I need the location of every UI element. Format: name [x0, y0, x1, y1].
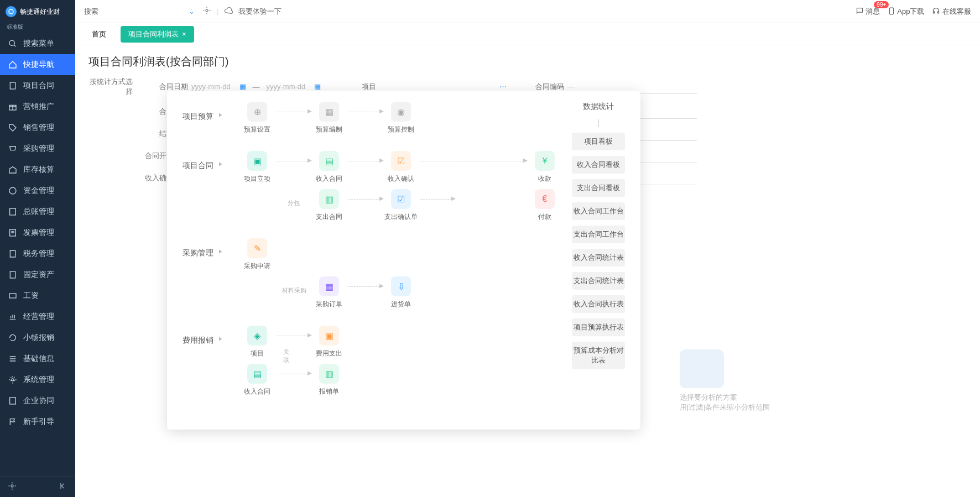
sidebar-label: 基础信息 — [23, 354, 54, 364]
brand-edition: 标准版 — [0, 23, 75, 33]
section-budget: 项目预算 — [183, 102, 238, 140]
share-icon — [8, 396, 18, 406]
svg-point-11 — [11, 485, 13, 487]
sidebar-item-assets[interactable]: 固定资产 — [0, 264, 75, 285]
btn-expense-board[interactable]: 支出合同看板 — [572, 179, 625, 197]
sidebar-item-inventory[interactable]: 库存核算 — [0, 159, 75, 180]
collapse-icon[interactable] — [59, 482, 67, 493]
file-icon: ▥ — [319, 189, 339, 209]
node-budget-setup[interactable]: ⊕预算设置 — [238, 102, 277, 134]
sidebar-item-purchase[interactable]: 采购管理 — [0, 138, 75, 159]
placeholder: — — [567, 82, 575, 91]
node-income-confirm[interactable]: ☑收入确认 — [382, 151, 420, 184]
svg-point-1 — [9, 40, 14, 45]
app-download-button[interactable]: App下载 — [888, 7, 924, 17]
sidebar-label: 采购管理 — [23, 144, 54, 154]
chart-icon — [8, 312, 18, 322]
svg-rect-10 — [10, 397, 16, 404]
sidebar-label: 企业协同 — [23, 396, 54, 406]
node-expense-contract[interactable]: ▥支出合同 — [310, 189, 348, 222]
sidebar-item-ledger[interactable]: 总账管理 — [0, 201, 75, 222]
sidebar-item-system[interactable]: 系统管理 — [0, 369, 75, 390]
node-label: 收入确认 — [388, 174, 414, 184]
node-reimburse[interactable]: ▥报销单 — [310, 364, 348, 396]
sidebar-item-sales[interactable]: 销售管理 — [0, 117, 75, 138]
settings-gear-icon[interactable] — [202, 6, 211, 17]
cloud-icon — [224, 6, 233, 17]
proj-icon: ◈ — [247, 326, 267, 346]
sidebar-item-invoice[interactable]: 发票管理 — [0, 222, 75, 243]
node-budget-make[interactable]: ▦预算编制 — [310, 102, 348, 134]
node-label: 收款 — [538, 174, 551, 184]
settings-icon[interactable] — [8, 482, 17, 493]
sidebar-item-basic[interactable]: 基础信息 — [0, 348, 75, 369]
btn-expense-stats[interactable]: 支出合同统计表 — [572, 272, 625, 290]
sidebar-item-search[interactable]: 搜索菜单 — [0, 33, 75, 54]
btn-income-stats[interactable]: 收入合同统计表 — [572, 249, 625, 266]
sidebar-item-reimburse[interactable]: 小畅报销 — [0, 327, 75, 348]
app-label: App下载 — [897, 7, 924, 15]
node-income-contract[interactable]: ▤收入合同 — [310, 151, 348, 184]
btn-expense-workbench[interactable]: 支出合同工作台 — [572, 226, 625, 243]
node-proj[interactable]: ◈项目 — [238, 326, 277, 358]
try-link[interactable]: 我要体验一下 — [238, 7, 282, 17]
node-stock-in[interactable]: ⇩进货单 — [382, 276, 420, 309]
sidebar-item-biz[interactable]: 经营管理 — [0, 306, 75, 327]
btn-project-board[interactable]: 项目看板 — [572, 133, 625, 150]
btn-budget-exec[interactable]: 项目预算执行表 — [572, 318, 625, 336]
stats-heading: 数据统计 — [572, 102, 625, 112]
shield-icon: ◉ — [391, 102, 411, 122]
sidebar-label: 库存核算 — [23, 165, 54, 175]
sidebar-label: 固定资产 — [23, 270, 54, 280]
placeholder: yyyy-mm-dd — [267, 82, 306, 91]
book-icon — [8, 207, 18, 217]
sidebar-item-guide[interactable]: 新手引导 — [0, 411, 75, 432]
node-label: 采购申请 — [244, 261, 270, 271]
node-project-init[interactable]: ▣项目立项 — [238, 151, 277, 184]
sidebar-label: 系统管理 — [23, 375, 54, 385]
req-icon: ✎ — [247, 238, 267, 258]
node-purchase-order[interactable]: ▦采购订单 — [310, 276, 348, 309]
sidebar-item-quicknav[interactable]: 快捷导航 — [0, 54, 75, 75]
node-label: 预算编制 — [316, 125, 342, 134]
tab-home[interactable]: 首页 — [84, 26, 114, 43]
topbar: 搜索 ⌄ | 我要体验一下 消息 App下载 在线客服 — [75, 0, 980, 23]
messages-button[interactable]: 消息 — [856, 7, 880, 17]
sidebar-item-collab[interactable]: 企业协同 — [0, 390, 75, 411]
sidebar-item-salary[interactable]: 工资 — [0, 285, 75, 306]
close-icon[interactable]: × — [182, 30, 186, 38]
svg-rect-2 — [10, 82, 15, 89]
node-purchase-req[interactable]: ✎采购申请 — [238, 238, 277, 271]
sidebar-item-marketing[interactable]: 营销推广 — [0, 96, 75, 117]
sidebar-label: 发票管理 — [23, 228, 54, 238]
node-label: 收入合同 — [316, 174, 342, 184]
btn-income-exec[interactable]: 收入合同执行表 — [572, 295, 625, 313]
svg-point-4 — [9, 187, 16, 194]
btn-income-board[interactable]: 收入合同看板 — [572, 156, 625, 174]
node-payment[interactable]: €付款 — [525, 189, 564, 222]
sidebar-label: 项目合同 — [23, 81, 54, 91]
quicknav-panel: 项目预算 ⊕预算设置 ▦预算编制 ◉预算控制 — [167, 91, 640, 430]
file-icon: ▤ — [319, 151, 339, 171]
global-search[interactable]: 搜索 ⌄ — [84, 7, 195, 17]
sidebar-label: 工资 — [23, 291, 39, 301]
node-expense[interactable]: ▣费用支出 — [310, 326, 348, 358]
node-expense-confirm[interactable]: ☑支出确认单 — [382, 189, 420, 222]
node-budget-ctrl[interactable]: ◉预算控制 — [382, 102, 420, 134]
brand-name: 畅捷通好业财 — [20, 7, 60, 17]
node-label: 项目立项 — [244, 174, 270, 184]
sidebar-item-funds[interactable]: 资金管理 — [0, 180, 75, 201]
sidebar-item-project[interactable]: 项目合同 — [0, 75, 75, 96]
warehouse-icon — [8, 165, 18, 175]
sidebar-label: 销售管理 — [23, 123, 54, 133]
btn-income-workbench[interactable]: 收入合同工作台 — [572, 202, 625, 220]
sidebar-item-tax[interactable]: 税务管理 — [0, 243, 75, 264]
section-title: 采购管理 — [183, 248, 213, 258]
node-receipt[interactable]: ￥收款 — [525, 151, 564, 184]
dash: — — [249, 83, 263, 91]
calendar-icon: ▦ — [239, 82, 246, 91]
online-service-button[interactable]: 在线客服 — [932, 7, 971, 17]
tab-active[interactable]: 项目合同利润表× — [121, 26, 194, 43]
btn-cost-compare[interactable]: 预算成本分析对比表 — [572, 342, 625, 369]
node-income-contract2[interactable]: ▤收入合同 — [238, 364, 277, 396]
